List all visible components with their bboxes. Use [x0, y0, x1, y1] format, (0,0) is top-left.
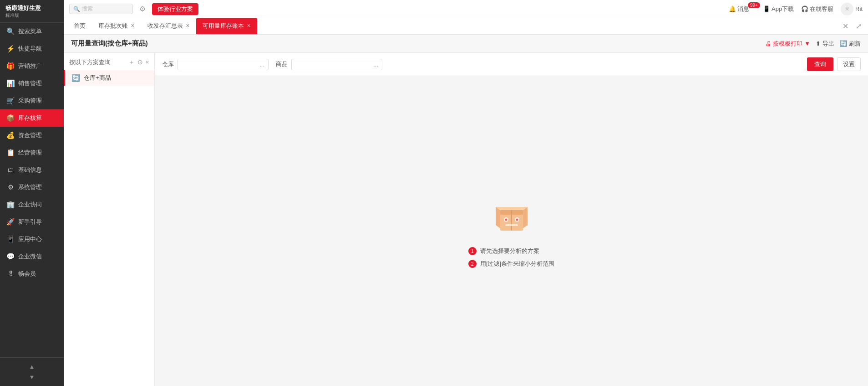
- collapse-filter-button[interactable]: «: [146, 58, 149, 67]
- tab-close-batch[interactable]: ✕: [131, 23, 135, 29]
- query-area: 仓库 ... 商品 ... 查询 设置: [155, 53, 868, 386]
- sidebar-item-newbie[interactable]: 🚀 新手引导: [0, 213, 64, 231]
- message-badge: 99+: [748, 2, 760, 8]
- sidebar-item-label: 系统管理: [18, 183, 42, 191]
- filter-item-warehouse-product[interactable]: 🔄 仓库+商品: [64, 70, 154, 86]
- tabbar: 首页 库存批次账 ✕ 收发存汇总表 ✕ 可用量库存账本 ✕ ✕ ⤢: [64, 18, 868, 35]
- logo-subtitle: 标准版: [5, 12, 58, 19]
- close-tab-button[interactable]: ✕: [840, 21, 851, 31]
- user-name: Rit: [855, 5, 863, 12]
- print-label: 按模板打印: [773, 40, 802, 48]
- sidebar-item-finance[interactable]: 💰 资金管理: [0, 127, 64, 144]
- sidebar-item-search[interactable]: 🔍 搜索菜单: [0, 23, 64, 40]
- sidebar-item-label: 营销推广: [18, 62, 42, 70]
- warehouse-field: 仓库 ...: [162, 59, 269, 70]
- phone-icon: 📱: [763, 5, 770, 12]
- cart-icon: 🛒: [6, 97, 15, 105]
- app-label: App下载: [772, 5, 794, 13]
- gear-icon: ⚙: [6, 183, 15, 191]
- sidebar-item-label: 搜索菜单: [18, 27, 42, 36]
- content-area: 按以下方案查询 ＋ ⊙ « 🔄 仓库+商品 仓库 ...: [64, 53, 868, 386]
- topbar-search-box[interactable]: 🔍 搜索: [69, 4, 133, 14]
- filter-settings-button[interactable]: ⊙: [137, 58, 143, 67]
- print-dropdown-icon[interactable]: ▼: [804, 40, 810, 47]
- product-label: 商品: [276, 60, 288, 68]
- sidebar-scroll: 🔍 搜索菜单 ⚡ 快捷导航 🎁 营销推广 📊 销售管理 🛒 采购管理 📦 库存核…: [0, 23, 64, 357]
- empty-hint-1: 1 请先选择要分析的方案: [468, 247, 554, 255]
- sidebar-item-appcenter[interactable]: 📱 应用中心: [0, 231, 64, 248]
- sidebar-item-inventory[interactable]: 📦 库存核算: [0, 109, 64, 127]
- refresh-button[interactable]: 🔄 刷新: [840, 40, 861, 48]
- tab-receipt-summary[interactable]: 收发存汇总表 ✕: [141, 18, 196, 34]
- scroll-up-btn[interactable]: ▲: [0, 361, 64, 372]
- print-button[interactable]: 🖨 按模板打印 ▼: [765, 40, 810, 48]
- sidebar-item-shortcut[interactable]: ⚡ 快捷导航: [0, 40, 64, 57]
- sidebar-item-basicinfo[interactable]: 🗂 基础信息: [0, 161, 64, 179]
- sidebar-item-wechat[interactable]: 💬 企业微信: [0, 248, 64, 265]
- sidebar-item-label: 资金管理: [18, 131, 42, 139]
- add-filter-button[interactable]: ＋: [128, 58, 135, 67]
- empty-hints: 1 请先选择要分析的方案 2 用[过滤]条件来缩小分析范围: [468, 247, 554, 268]
- tab-batch-ledger-label: 库存批次账: [98, 22, 128, 30]
- tab-available-ledger-label: 可用量库存账本: [203, 22, 244, 30]
- tab-receipt-summary-label: 收发存汇总表: [147, 22, 183, 30]
- app-download-button[interactable]: 📱 App下载: [763, 5, 794, 13]
- shortcut-icon: ⚡: [6, 45, 15, 53]
- bell-icon: 🔔: [729, 5, 736, 12]
- message-label: 消息: [737, 5, 749, 13]
- sidebar-item-marketing[interactable]: 🎁 营销推广: [0, 57, 64, 75]
- rocket-icon: 🚀: [6, 218, 15, 226]
- sidebar-item-sales[interactable]: 📊 销售管理: [0, 75, 64, 92]
- tab-batch-ledger[interactable]: 库存批次账 ✕: [92, 18, 141, 34]
- product-input[interactable]: ...: [291, 59, 382, 70]
- sidebar-logo: 畅康通好生意 标准版: [0, 0, 64, 23]
- product-field: 商品 ...: [276, 59, 382, 70]
- hint-text-1: 请先选择要分析的方案: [480, 247, 539, 255]
- search-icon: 🔍: [73, 6, 80, 12]
- tab-available-ledger[interactable]: 可用量库存账本 ✕: [196, 18, 257, 34]
- hint-text-2: 用[过滤]条件来缩小分析范围: [480, 260, 554, 268]
- filter-header-label: 按以下方案查询: [69, 58, 111, 67]
- sidebar-bottom: ▲ ▼: [0, 357, 64, 386]
- online-service-button[interactable]: 🎧 在线客服: [801, 5, 833, 13]
- product-more-icon[interactable]: ...: [373, 61, 378, 68]
- sidebar: 畅康通好生意 标准版 🔍 搜索菜单 ⚡ 快捷导航 🎁 营销推广 📊 销售管理 🛒…: [0, 0, 64, 386]
- chat-icon: 💬: [6, 252, 15, 261]
- solution-button[interactable]: 体验行业方案: [152, 3, 198, 15]
- sidebar-item-system[interactable]: ⚙ 系统管理: [0, 179, 64, 196]
- sidebar-item-label: 销售管理: [18, 79, 42, 87]
- sidebar-item-label: 快捷导航: [18, 45, 42, 53]
- tab-close-receipt[interactable]: ✕: [186, 23, 190, 29]
- sidebar-item-member[interactable]: 🎖 畅会员: [0, 265, 64, 283]
- search-icon: 🔍: [6, 27, 15, 36]
- tab-close-available[interactable]: ✕: [247, 23, 251, 29]
- sidebar-item-label: 新手引导: [18, 218, 42, 226]
- sidebar-item-enterprise[interactable]: 🏢 企业协同: [0, 196, 64, 213]
- maximize-tab-button[interactable]: ⤢: [853, 21, 864, 31]
- filter-item-label: 仓库+商品: [84, 74, 111, 82]
- settings-button[interactable]: 设置: [837, 57, 861, 71]
- sidebar-item-operations[interactable]: 📋 经营管理: [0, 144, 64, 161]
- empty-hint-2: 2 用[过滤]条件来缩小分析范围: [468, 260, 554, 268]
- warehouse-input[interactable]: ...: [178, 59, 269, 70]
- sidebar-item-label: 畅会员: [18, 270, 36, 278]
- printer-icon: 🖨: [765, 40, 771, 47]
- sidebar-item-purchase[interactable]: 🛒 采购管理: [0, 92, 64, 109]
- scroll-down-btn[interactable]: ▼: [0, 372, 64, 382]
- tab-home[interactable]: 首页: [67, 18, 92, 34]
- user-avatar[interactable]: R Rit: [841, 3, 863, 15]
- avatar-circle: R: [841, 3, 853, 15]
- sidebar-item-label: 经营管理: [18, 149, 42, 157]
- svg-point-8: [505, 219, 507, 221]
- export-button[interactable]: ⬆ 导出: [816, 40, 834, 48]
- warehouse-more-icon[interactable]: ...: [259, 61, 264, 68]
- message-button[interactable]: 🔔 消息 99+: [729, 5, 756, 13]
- sidebar-item-label: 应用中心: [18, 235, 42, 243]
- topbar-right: 🔔 消息 99+ 📱 App下载 🎧 在线客服 R Rit: [729, 3, 863, 15]
- query-button[interactable]: 查询: [807, 57, 833, 71]
- filter-item-icon: 🔄: [71, 74, 80, 82]
- svg-marker-5: [496, 207, 528, 210]
- main-content: 🔍 搜索 ⚙ 体验行业方案 🔔 消息 99+ 📱 App下载 🎧 在线客服 R: [64, 0, 868, 386]
- export-icon: ⬆: [816, 40, 821, 47]
- settings-icon[interactable]: ⚙: [137, 4, 148, 14]
